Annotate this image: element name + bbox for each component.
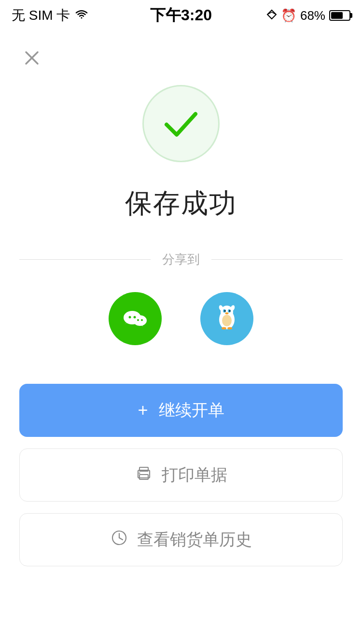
svg-point-17 bbox=[227, 327, 232, 330]
svg-line-26 bbox=[119, 538, 123, 540]
status-right: ⏰ 68% bbox=[266, 8, 350, 23]
svg-point-23 bbox=[139, 473, 140, 474]
svg-point-4 bbox=[129, 316, 131, 319]
action-buttons: + 继续开单 打印单据 bbox=[19, 384, 343, 566]
main-content: 保存成功 分享到 bbox=[0, 75, 362, 644]
continue-label: 继续开单 bbox=[159, 399, 224, 421]
history-label: 查看销货单历史 bbox=[137, 529, 252, 551]
status-bar: 无 SIM 卡 下午3:20 ⏰ 68% bbox=[0, 0, 362, 31]
divider-right bbox=[211, 259, 343, 260]
svg-point-16 bbox=[222, 327, 226, 330]
share-label: 分享到 bbox=[162, 251, 200, 268]
history-button[interactable]: 查看销货单历史 bbox=[19, 513, 343, 566]
battery-text: 68% bbox=[300, 8, 325, 23]
qq-icon bbox=[210, 302, 243, 335]
svg-rect-22 bbox=[139, 475, 148, 479]
printer-icon bbox=[135, 464, 153, 486]
no-sim-text: 无 SIM 卡 bbox=[12, 6, 70, 25]
share-divider: 分享到 bbox=[19, 251, 343, 268]
success-icon-wrap bbox=[142, 85, 220, 162]
success-title: 保存成功 bbox=[125, 185, 237, 222]
alarm-icon: ⏰ bbox=[281, 8, 296, 23]
svg-point-6 bbox=[137, 319, 139, 321]
svg-point-14 bbox=[225, 312, 229, 314]
share-icons bbox=[109, 292, 253, 345]
wechat-share-button[interactable] bbox=[109, 292, 162, 345]
svg-point-12 bbox=[224, 310, 226, 312]
print-label: 打印单据 bbox=[162, 464, 227, 486]
plus-icon: + bbox=[138, 400, 148, 420]
checkmark-icon bbox=[159, 102, 203, 145]
clock-icon bbox=[110, 529, 128, 551]
close-area bbox=[0, 31, 362, 75]
qq-share-button[interactable] bbox=[200, 292, 253, 345]
battery-icon bbox=[329, 10, 350, 21]
divider-left bbox=[19, 259, 151, 260]
close-button[interactable] bbox=[19, 45, 44, 70]
status-time: 下午3:20 bbox=[150, 5, 212, 26]
print-button[interactable]: 打印单据 bbox=[19, 448, 343, 502]
wifi-icon bbox=[75, 8, 88, 23]
svg-point-7 bbox=[141, 319, 143, 321]
svg-point-5 bbox=[134, 316, 136, 319]
status-left: 无 SIM 卡 bbox=[12, 6, 88, 25]
svg-point-15 bbox=[222, 315, 232, 326]
svg-point-13 bbox=[229, 310, 231, 312]
location-icon bbox=[266, 8, 277, 23]
wechat-icon bbox=[119, 302, 152, 335]
continue-button[interactable]: + 继续开单 bbox=[19, 384, 343, 437]
